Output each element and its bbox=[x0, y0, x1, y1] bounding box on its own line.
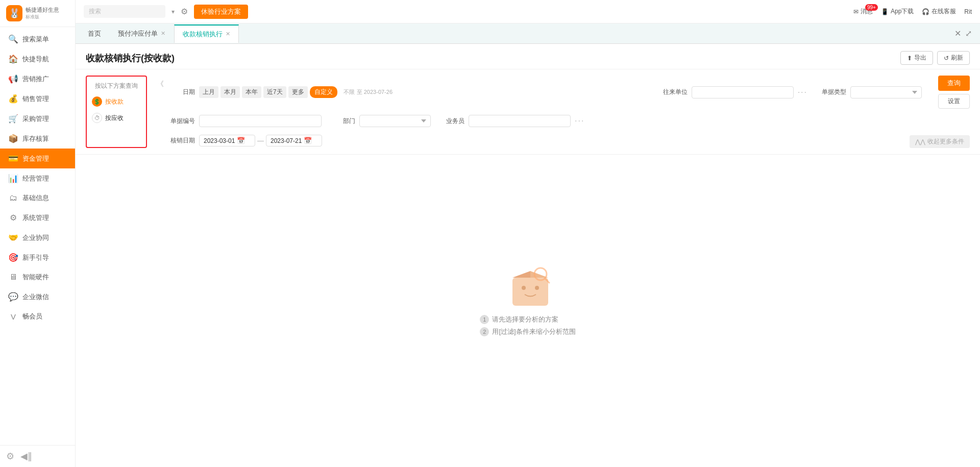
tab-expand-icon[interactable]: ⤢ bbox=[965, 29, 972, 38]
header-chevron-icon[interactable]: ▾ bbox=[172, 8, 175, 15]
date-btn-this-month[interactable]: 本月 bbox=[220, 86, 240, 98]
hint-num-1: 1 bbox=[480, 315, 489, 324]
date-btn-7days[interactable]: 近7天 bbox=[263, 86, 286, 98]
sidebar-item-purchase[interactable]: 🛒 采购管理 bbox=[0, 109, 75, 129]
filter-option-by-receivable[interactable]: ⏱ 按应收 bbox=[87, 110, 146, 126]
message-action[interactable]: ✉ 消息 99+ bbox=[853, 7, 873, 16]
sidebar-item-hardware[interactable]: 🖥 智能硬件 bbox=[0, 267, 75, 287]
sidebar-item-enterprise[interactable]: 🤝 企业协同 bbox=[0, 228, 75, 248]
purchase-icon: 🛒 bbox=[8, 114, 18, 124]
sidebar-item-label: 智能硬件 bbox=[22, 273, 49, 282]
empty-hints: 1 请先选择要分析的方案 2 用[过滤]条件来缩小分析范围 bbox=[480, 315, 575, 336]
search-icon: 🔍 bbox=[8, 34, 18, 44]
refresh-button[interactable]: ↺ 刷新 bbox=[937, 51, 970, 65]
header-search-box[interactable]: 搜索 bbox=[84, 5, 165, 18]
quick-nav-icon: 🏠 bbox=[8, 54, 18, 64]
writeoff-date-range: 2023-03-01 📅 — 2023-07-21 📅 bbox=[199, 135, 322, 146]
receipt-icon: 💲 bbox=[92, 96, 102, 107]
doc-type-select[interactable] bbox=[850, 86, 922, 99]
sidebar-item-label: 库存核算 bbox=[22, 134, 49, 143]
sidebar-item-sales[interactable]: 💰 销售管理 bbox=[0, 89, 75, 109]
sidebar-item-quick-nav[interactable]: 🏠 快捷导航 bbox=[0, 49, 75, 69]
app-edition: 标准版 bbox=[26, 14, 59, 20]
counterpart-dots[interactable]: ··· bbox=[798, 88, 807, 97]
doc-type-label: 单据类型 bbox=[816, 88, 846, 96]
tab-prepay[interactable]: 预付冲应付单 ✕ bbox=[110, 25, 174, 42]
date-btn-more[interactable]: 更多 bbox=[288, 86, 308, 98]
salesman-dots[interactable]: ··· bbox=[575, 116, 584, 126]
counterpart-label: 往来单位 bbox=[657, 88, 688, 96]
settings-bottom-icon[interactable]: ⚙ bbox=[6, 451, 14, 462]
header-actions: ✉ 消息 99+ 📱 App下载 🎧 在线客服 Rit bbox=[853, 7, 972, 16]
date-separator: — bbox=[257, 137, 264, 144]
docno-input[interactable] bbox=[199, 115, 322, 127]
query-actions: 查询 设置 bbox=[938, 76, 970, 109]
writeoff-start-value: 2023-03-01 bbox=[204, 137, 235, 144]
collapse-filter-button[interactable]: 《 bbox=[155, 76, 165, 148]
tab-receivable-close[interactable]: ✕ bbox=[226, 31, 230, 37]
sidebar-item-system[interactable]: ⚙ 系统管理 bbox=[0, 208, 75, 228]
sidebar-item-search[interactable]: 🔍 搜索菜单 bbox=[0, 29, 75, 49]
svg-marker-1 bbox=[512, 271, 530, 278]
filter-panel: 按以下方案查询 💲 按收款 ⏱ 按应收 《 日期 bbox=[76, 69, 980, 155]
sidebar-item-finance[interactable]: 💳 资金管理 bbox=[0, 149, 75, 168]
message-badge: 99+ bbox=[865, 4, 878, 11]
sidebar-nav: 🔍 搜索菜单 🏠 快捷导航 📢 营销推广 💰 销售管理 🛒 采购管理 📦 库存核… bbox=[0, 27, 75, 445]
app-name: 畅捷通好生意 bbox=[26, 6, 59, 13]
sidebar-item-inventory[interactable]: 📦 库存核算 bbox=[0, 129, 75, 149]
sidebar-item-vip[interactable]: V 畅会员 bbox=[0, 307, 75, 326]
app-download-action[interactable]: 📱 App下载 bbox=[881, 7, 914, 16]
writeoff-start-cal-icon[interactable]: 📅 bbox=[237, 137, 245, 144]
message-icon: ✉ bbox=[853, 8, 859, 15]
sidebar-item-marketing[interactable]: 📢 营销推广 bbox=[0, 69, 75, 89]
salesman-input[interactable] bbox=[469, 115, 571, 127]
filter-row-1: 日期 上月 本月 本年 近7天 更多 自定义 不限 至 2023-07-26 bbox=[169, 76, 970, 109]
main-area: 搜索 ▾ ⚙ 休验行业方案 ✉ 消息 99+ 📱 App下载 🎧 在线客服 Ri… bbox=[76, 0, 980, 467]
chevron-up-icon: ⋀⋀ bbox=[915, 138, 925, 145]
sidebar-item-basic[interactable]: 🗂 基础信息 bbox=[0, 188, 75, 208]
setting-button[interactable]: 设置 bbox=[938, 94, 970, 109]
date-btn-last-month[interactable]: 上月 bbox=[199, 86, 218, 98]
page-content: 收款核销执行(按收款) ⬆ 导出 ↺ 刷新 按以下方案查询 💲 按收款 bbox=[76, 44, 980, 467]
sidebar-bottom: ⚙ ◀‖ bbox=[0, 445, 75, 467]
sidebar-item-operation[interactable]: 📊 经营管理 bbox=[0, 168, 75, 188]
hint-text-1: 请先选择要分析的方案 bbox=[492, 315, 558, 324]
sidebar-item-label: 营销推广 bbox=[22, 75, 49, 84]
filter-salesman-field: 业务员 ··· bbox=[439, 115, 584, 127]
writeoff-end-cal-icon[interactable]: 📅 bbox=[304, 137, 312, 144]
tab-close-icon[interactable]: ✕ bbox=[954, 29, 961, 38]
collapse-sidebar-icon[interactable]: ◀‖ bbox=[20, 451, 32, 462]
export-button[interactable]: ⬆ 导出 bbox=[900, 51, 933, 65]
collapse-more-button[interactable]: ⋀⋀ 收起更多条件 bbox=[910, 135, 970, 148]
inventory-icon: 📦 bbox=[8, 134, 18, 143]
hardware-icon: 🖥 bbox=[8, 273, 18, 282]
empty-illustration bbox=[502, 255, 553, 306]
app-download-label: App下载 bbox=[891, 7, 914, 16]
filter-doc-type-field: 单据类型 bbox=[816, 86, 922, 99]
query-button[interactable]: 查询 bbox=[938, 76, 970, 91]
date-btn-this-year[interactable]: 本年 bbox=[242, 86, 261, 98]
counterpart-input[interactable] bbox=[692, 86, 794, 99]
user-name[interactable]: Rit bbox=[964, 8, 972, 15]
filter-option-by-receipt[interactable]: 💲 按收款 bbox=[87, 93, 146, 110]
tab-home[interactable]: 首页 bbox=[80, 25, 110, 42]
sidebar-item-label: 销售管理 bbox=[22, 94, 49, 104]
writeoff-end-box: 2023-07-21 📅 bbox=[266, 135, 322, 146]
page-title: 收款核销执行(按收款) bbox=[86, 52, 175, 64]
vip-icon: V bbox=[8, 312, 18, 321]
sidebar-item-guide[interactable]: 🎯 新手引导 bbox=[0, 248, 75, 267]
tab-receivable[interactable]: 收款核销执行 ✕ bbox=[174, 24, 239, 43]
sidebar-item-wechat[interactable]: 💬 企业微信 bbox=[0, 287, 75, 307]
tab-prepay-close[interactable]: ✕ bbox=[161, 30, 165, 37]
solution-button[interactable]: 休验行业方案 bbox=[194, 5, 248, 19]
dept-select[interactable] bbox=[359, 115, 431, 127]
date-btn-custom[interactable]: 自定义 bbox=[310, 86, 337, 98]
collapse-more-area: ⋀⋀ 收起更多条件 bbox=[910, 133, 970, 148]
customer-service-action[interactable]: 🎧 在线客服 bbox=[922, 7, 956, 16]
empty-hint-2: 2 用[过滤]条件来缩小分析范围 bbox=[480, 327, 575, 336]
finance-icon: 💳 bbox=[8, 154, 18, 163]
salesman-label: 业务员 bbox=[439, 117, 464, 126]
header-gear-icon[interactable]: ⚙ bbox=[181, 7, 188, 16]
dept-label: 部门 bbox=[330, 117, 355, 126]
writeoff-start-box: 2023-03-01 📅 bbox=[199, 135, 255, 146]
